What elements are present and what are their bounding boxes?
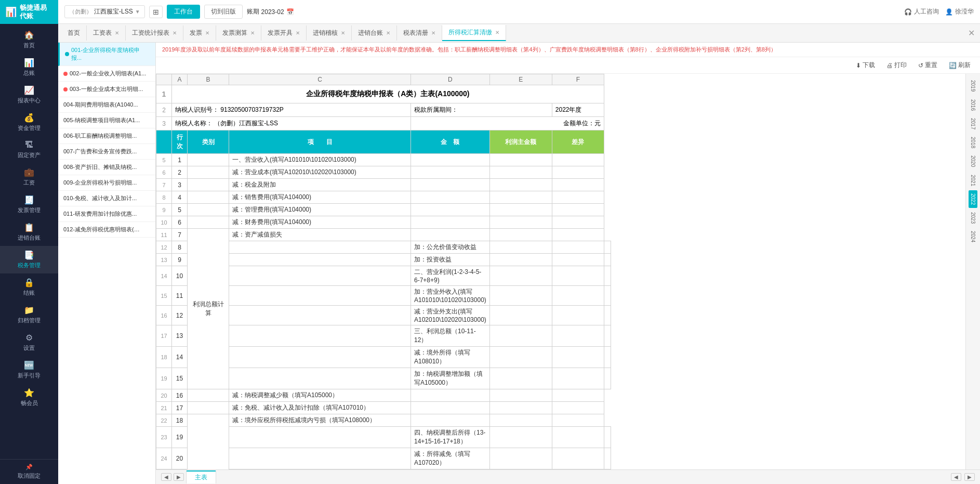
report-label-008: 008-资产折旧、摊销及纳税... [63, 163, 137, 171]
home-icon: 🏠 [24, 30, 34, 40]
year-item-2019[interactable]: 2019 [969, 77, 977, 95]
report-label-003: 003-一般企业成本支出明细... [70, 85, 143, 93]
year-item-2017[interactable]: 2017 [969, 115, 977, 133]
user-profile[interactable]: 👤 徐滢华 [945, 7, 974, 16]
sidebar-item-tax[interactable]: 📑 税务管理 [0, 246, 58, 273]
warning-text: 2019年度涉及取以前年度延续数据的申报表单元格需要手工维护正确，才能保证本年及… [162, 46, 776, 53]
sidebar-item-home[interactable]: 🏠 首页 [0, 26, 58, 54]
headset-icon: 🎧 [904, 8, 912, 16]
report-item-001[interactable]: 001-企业所得税年度纳税申报... [58, 43, 155, 66]
year-item-2022[interactable]: 2022 [969, 190, 977, 208]
sidebar-item-guide[interactable]: 🆕 新手引导 [0, 356, 58, 384]
year-item-2016[interactable]: 2016 [969, 96, 977, 114]
close-all-icon[interactable]: ✕ [968, 28, 975, 38]
settings-icon: ⚙ [25, 333, 33, 343]
topbar-right: 🎧 人工咨询 👤 徐滢华 [904, 7, 974, 16]
close-tab-sales-check[interactable]: ✕ [341, 30, 345, 36]
switch-old-button[interactable]: 切到旧版 [204, 5, 243, 19]
sheet-tab-main[interactable]: 主表 [186, 470, 216, 483]
report-item-004[interactable]: 004-期间费用明细表(A1040... [58, 97, 155, 113]
page-next-button[interactable]: ▶ [964, 473, 975, 481]
tab-income-tax[interactable]: 所得税汇算清缴 ✕ [442, 25, 506, 41]
pagination-controls: ◀ ▶ [951, 473, 975, 481]
app-logo: 📊 畅捷通易代账 [0, 0, 58, 24]
copy-icon-button[interactable]: ⊞ [149, 6, 163, 18]
close-tab-income-tax[interactable]: ✕ [495, 30, 499, 35]
sidebar-item-sales[interactable]: 📋 进销台账 [0, 218, 58, 246]
close-tab-sales-ledger[interactable]: ✕ [386, 30, 390, 36]
status-dot-003 [63, 87, 68, 91]
download-icon: ⬇ [856, 62, 861, 69]
report-item-012[interactable]: 012-减免所得税优惠明细表(… [58, 222, 155, 238]
payroll-icon: 💼 [24, 167, 34, 177]
sidebar-item-archive[interactable]: 📁 归档管理 [0, 301, 58, 329]
tab-invoice-issue[interactable]: 发票开具 ✕ [261, 25, 307, 41]
page-prev-button[interactable]: ◀ [951, 473, 961, 481]
report-item-002[interactable]: 002-一般企业收入明细表(A1... [58, 66, 155, 82]
sidebar-item-close[interactable]: 🔒 结账 [0, 273, 58, 301]
report-item-009[interactable]: 009-企业所得税补亏损明细... [58, 175, 155, 191]
warning-bar: 2019年度涉及取以前年度延续数据的申报表单元格需要手工维护正确，才能保证本年及… [156, 43, 980, 57]
sidebar-item-settings[interactable]: ⚙ 设置 [0, 329, 58, 356]
close-tab-payslip[interactable]: ✕ [115, 30, 119, 36]
tab-invoice[interactable]: 发票 ✕ [183, 25, 216, 41]
sheet-nav-next[interactable]: ▶ [174, 473, 184, 481]
close-all-button[interactable]: ✕ [968, 28, 977, 38]
close-tab-invoice-calc[interactable]: ✕ [250, 30, 255, 36]
table-row-info2: 3 纳税人名称： （勿删）江西服宝-LSS 金额单位：元 [156, 117, 611, 130]
close-tab-payroll-stats[interactable]: ✕ [173, 30, 177, 36]
reset-button[interactable]: ↺ 重置 [915, 59, 941, 71]
tab-home[interactable]: 首页 [61, 25, 87, 41]
tab-sales-ledger[interactable]: 进销台账 ✕ [352, 25, 397, 41]
sidebar-item-member[interactable]: ⭐ 畅会员 [0, 384, 58, 411]
report-item-005[interactable]: 005-纳税调整项目明细表(A1... [58, 113, 155, 128]
report-item-006[interactable]: 006-职工薪酬纳税调整明细... [58, 128, 155, 144]
report-label-001: 001-企业所得税年度纳税申报... [71, 46, 150, 62]
tab-payslip-label: 工资表 [93, 29, 112, 37]
close-tab-invoice[interactable]: ✕ [205, 30, 209, 36]
sidebar-item-reports[interactable]: 📈 报表中心 [0, 81, 58, 109]
year-item-2021[interactable]: 2021 [969, 172, 977, 189]
tab-payslip[interactable]: 工资表 ✕ [87, 25, 126, 41]
refresh-label: 刷新 [958, 61, 971, 70]
sidebar-item-assets[interactable]: 🏗 固定资产 [0, 136, 58, 163]
archive-icon: 📁 [24, 305, 34, 315]
print-button[interactable]: 🖨 打印 [883, 59, 910, 71]
main-content: （勿删） (勿删）江西服宝-LSS 江西服宝-LSS ▼ ⊞ 工作台 切到旧版 … [58, 0, 980, 484]
close-tab-tax-list[interactable]: ✕ [431, 30, 435, 36]
taxpayer-id-cell: 纳税人识别号： 91320500703719732P [172, 103, 411, 117]
report-item-003[interactable]: 003-一般企业成本支出明细... [58, 82, 155, 97]
sidebar-item-payroll[interactable]: 💼 工资 [0, 163, 58, 191]
tab-tax-list[interactable]: 税表清册 ✕ [397, 25, 442, 41]
col-B: B [188, 74, 229, 85]
close-tab-invoice-issue[interactable]: ✕ [296, 30, 300, 36]
sheet-nav-prev[interactable]: ◀ [161, 473, 171, 481]
spreadsheet-container[interactable]: A B C D E F 1 企业所 [156, 74, 965, 469]
refresh-button[interactable]: 🔄 刷新 [946, 59, 974, 71]
company-selector[interactable]: （勿删） (勿删）江西服宝-LSS 江西服宝-LSS ▼ [64, 5, 145, 18]
download-button[interactable]: ⬇ 下载 [853, 59, 878, 71]
support-link[interactable]: 🎧 人工咨询 [904, 7, 939, 16]
report-item-008[interactable]: 008-资产折旧、摊销及纳税... [58, 160, 155, 175]
reset-label: 重置 [925, 61, 937, 70]
report-item-010[interactable]: 010-免税、减计收入及加计... [58, 191, 155, 206]
tab-invoice-calc[interactable]: 发票测算 ✕ [216, 25, 261, 41]
sidebar-item-ledger[interactable]: 📊 总账 [0, 54, 58, 81]
category-taxable: 应纳税所得额计算 [188, 414, 229, 469]
report-label-009: 009-企业所得税补亏损明细... [63, 179, 137, 187]
worktable-button[interactable]: 工作台 [167, 5, 200, 19]
year-item-2023[interactable]: 2023 [969, 209, 977, 227]
year-item-2018[interactable]: 2018 [969, 134, 977, 151]
col-D: D [411, 74, 490, 85]
tab-payroll-stats[interactable]: 工资统计报表 ✕ [126, 25, 183, 41]
sidebar-label-assets: 固定资产 [18, 151, 41, 159]
unpin-button[interactable]: 📌 取消固定 [0, 459, 58, 484]
report-item-011[interactable]: 011-研发费用加计扣除优惠... [58, 206, 155, 222]
year-item-2024[interactable]: 2024 [969, 228, 977, 245]
tab-sales-check[interactable]: 进销稽核 ✕ [307, 25, 352, 41]
sidebar-item-capital[interactable]: 💰 资金管理 [0, 109, 58, 136]
table-row: 7 3 减：税金及附加 [156, 179, 611, 191]
sidebar-item-invoice[interactable]: 🧾 发票管理 [0, 191, 58, 218]
report-item-007[interactable]: 007-广告费和业务宣传费跌... [58, 144, 155, 160]
year-item-2020[interactable]: 2020 [969, 152, 977, 170]
